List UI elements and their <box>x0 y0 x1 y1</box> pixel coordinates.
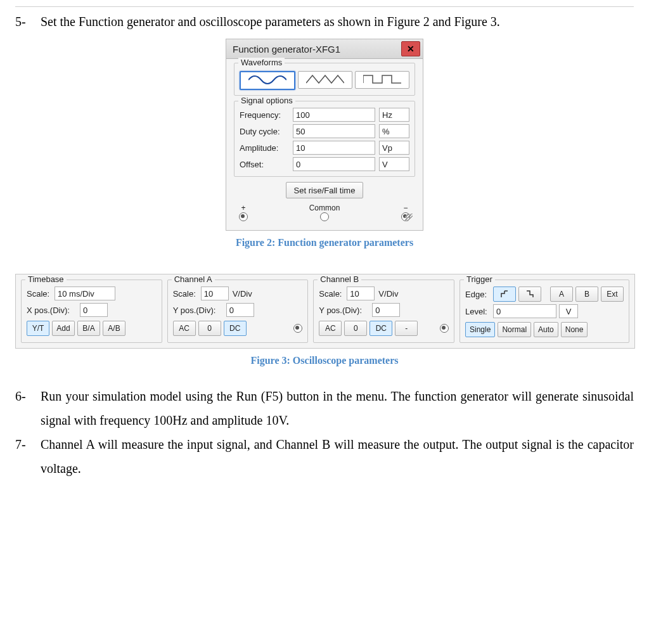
fg-titlebar[interactable]: Function generator-XFG1 ✕ <box>226 39 423 59</box>
channel-a-ypos-input[interactable]: 0 <box>226 303 254 317</box>
trigger-mode-auto-button[interactable]: Auto <box>534 322 558 337</box>
resize-grip-icon[interactable] <box>405 214 413 221</box>
trigger-mode-none-button[interactable]: None <box>561 322 588 337</box>
channel-a-scale-input[interactable]: 10 <box>201 287 229 300</box>
figure-3-caption: Figure 3: Oscilloscope parameters <box>15 355 634 366</box>
square-wave-icon <box>363 74 401 86</box>
timebase-scale-label: Scale: <box>27 289 52 299</box>
channel-a-panel: Channel A Scale: 10 V/Div Y pos.(Div): 0… <box>167 280 309 343</box>
channel-a-ypos-label: Y pos.(Div): <box>173 306 224 315</box>
offset-input[interactable]: 0 <box>293 157 375 171</box>
trigger-level-input[interactable]: 0 <box>493 304 556 318</box>
signal-options-group: Signal options Frequency: 100 Hz Duty cy… <box>234 101 415 177</box>
timebase-mode-add-button[interactable]: Add <box>52 321 75 336</box>
channel-b-scale-label: Scale: <box>319 289 344 299</box>
channel-a-zero-button[interactable]: 0 <box>198 321 221 336</box>
triangle-wave-icon <box>306 74 344 86</box>
oscilloscope-panel: Timebase Scale: 10 ms/Div X pos.(Div): 0… <box>15 274 635 349</box>
channel-b-dc-button[interactable]: DC <box>369 321 392 336</box>
frequency-unit[interactable]: Hz <box>379 108 409 122</box>
instruction-5-number: 5- <box>15 10 33 34</box>
trigger-level-unit[interactable]: V <box>559 304 578 318</box>
channel-a-ac-button[interactable]: AC <box>173 321 196 336</box>
plus-terminal-label: + <box>241 205 245 211</box>
trigger-panel: Trigger Edge: A B <box>459 280 629 343</box>
trigger-mode-normal-button[interactable]: Normal <box>498 322 531 337</box>
channel-b-ac-button[interactable]: AC <box>319 321 342 336</box>
timebase-panel: Timebase Scale: 10 ms/Div X pos.(Div): 0… <box>21 280 162 343</box>
trigger-level-label: Level: <box>465 307 491 316</box>
function-generator-window: Function generator-XFG1 ✕ Waveforms <box>226 39 423 231</box>
timebase-mode-ba-button[interactable]: B/A <box>77 321 100 336</box>
timebase-xpos-label: X pos.(Div): <box>27 306 77 315</box>
close-icon: ✕ <box>407 44 414 54</box>
timebase-xpos-input[interactable]: 0 <box>80 303 108 317</box>
common-terminal-label: Common <box>309 205 340 211</box>
trigger-rising-edge-button[interactable] <box>493 287 516 302</box>
channel-b-title: Channel B <box>318 274 361 284</box>
duty-cycle-input[interactable]: 50 <box>293 124 375 138</box>
falling-edge-icon <box>526 290 534 298</box>
trigger-source-ext-button[interactable]: Ext <box>601 287 624 302</box>
channel-a-dc-button[interactable]: DC <box>224 321 247 336</box>
plus-terminal-radio[interactable] <box>239 212 248 221</box>
figure-2-caption: Figure 2: Function generator parameters <box>15 237 634 248</box>
channel-b-invert-button[interactable]: - <box>395 321 418 336</box>
timebase-scale-input[interactable]: 10 ms/Div <box>55 287 115 300</box>
waveform-square-button[interactable] <box>355 71 409 89</box>
instruction-6: 6- Run your simulation model using the R… <box>15 384 634 432</box>
duty-cycle-unit[interactable]: % <box>379 124 409 138</box>
common-terminal-radio[interactable] <box>320 212 329 221</box>
waveform-sine-button[interactable] <box>240 71 295 90</box>
timebase-mode-ab-button[interactable]: A/B <box>103 321 125 336</box>
channel-a-scale-unit: V/Div <box>231 289 252 299</box>
trigger-mode-single-button[interactable]: Single <box>465 322 495 337</box>
waveform-triangle-button[interactable] <box>298 71 352 89</box>
set-rise-fall-button[interactable]: Set rise/Fall time <box>286 182 364 198</box>
channel-a-enable-radio[interactable] <box>293 324 302 333</box>
channel-b-zero-button[interactable]: 0 <box>344 321 367 336</box>
offset-label: Offset: <box>240 160 289 169</box>
timebase-title: Timebase <box>25 274 67 284</box>
instruction-6-text: Run your simulation model using the Run … <box>41 384 634 432</box>
trigger-source-b-button[interactable]: B <box>575 287 598 302</box>
trigger-edge-label: Edge: <box>465 290 491 299</box>
minus-terminal-label: − <box>403 205 408 211</box>
instruction-5: 5- Set the Function generator and oscill… <box>15 10 634 34</box>
channel-b-panel: Channel B Scale: 10 V/Div Y pos.(Div): 0… <box>313 280 454 343</box>
instruction-6-number: 6- <box>15 384 33 432</box>
duty-cycle-label: Duty cycle: <box>240 127 289 136</box>
sine-wave-icon <box>248 75 286 87</box>
rising-edge-icon <box>501 290 508 298</box>
frequency-label: Frequency: <box>240 110 289 120</box>
fg-title-text: Function generator-XFG1 <box>226 44 401 55</box>
amplitude-label: Amplitude: <box>240 143 289 153</box>
waveforms-label: Waveforms <box>238 58 285 67</box>
instruction-5-text: Set the Function generator and oscillosc… <box>41 10 634 34</box>
frequency-input[interactable]: 100 <box>293 108 375 122</box>
channel-b-scale-input[interactable]: 10 <box>347 287 375 300</box>
timebase-mode-yt-button[interactable]: Y/T <box>27 321 49 336</box>
offset-unit[interactable]: V <box>379 157 409 171</box>
channel-b-ypos-label: Y pos.(Div): <box>319 306 369 315</box>
trigger-source-a-button[interactable]: A <box>550 287 573 302</box>
trigger-title: Trigger <box>464 274 495 284</box>
instruction-7: 7- Channel A will measure the input sign… <box>15 432 634 480</box>
channel-a-scale-label: Scale: <box>173 289 198 299</box>
close-button[interactable]: ✕ <box>401 41 420 56</box>
instruction-7-text: Channel A will measure the input signal,… <box>41 432 634 480</box>
channel-b-enable-radio[interactable] <box>440 324 449 333</box>
trigger-falling-edge-button[interactable] <box>518 287 541 302</box>
channel-b-scale-unit: V/Div <box>377 289 398 299</box>
channel-a-title: Channel A <box>172 274 215 284</box>
amplitude-input[interactable]: 10 <box>293 141 375 155</box>
channel-b-ypos-input[interactable]: 0 <box>372 303 400 317</box>
signal-options-label: Signal options <box>238 96 295 105</box>
instruction-7-number: 7- <box>15 432 33 480</box>
waveforms-group: Waveforms <box>234 63 415 96</box>
amplitude-unit[interactable]: Vp <box>379 141 409 155</box>
